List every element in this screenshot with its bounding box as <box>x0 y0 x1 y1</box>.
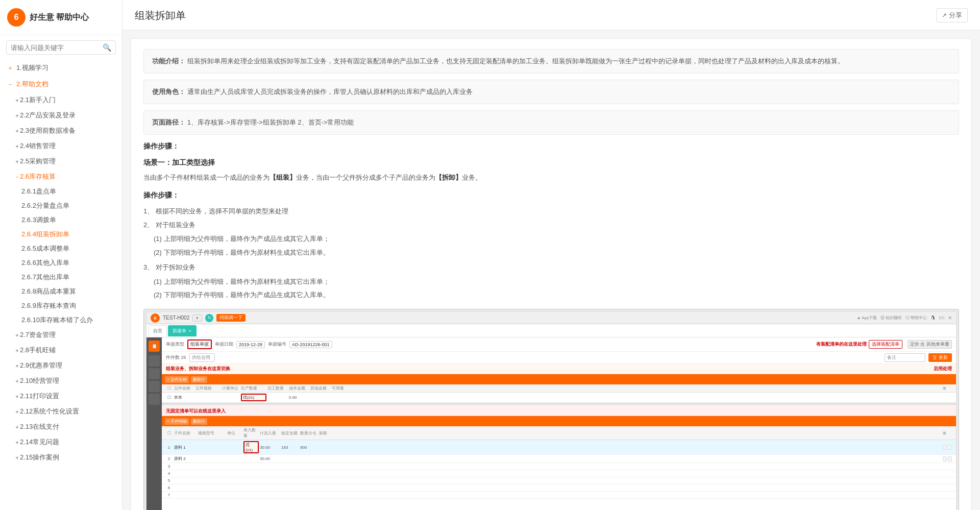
sidebar-item-2-7[interactable]: ＋ 2.7资金管理 <box>0 327 122 343</box>
tab-close-icon[interactable]: ✕ <box>188 329 192 333</box>
sidebar-item-videos[interactable]: ＋ 1.视频学习 <box>0 60 122 76</box>
sidebar-label-2-9: 2.9优惠券管理 <box>20 361 62 370</box>
sidebar-item-2-15[interactable]: ＋ 2.15操作案例 <box>0 450 122 465</box>
sidebar-item-2-8[interactable]: ＋ 2.8手机旺铺 <box>0 343 122 358</box>
sidebar-item-docs[interactable]: － 2.帮助文档 <box>0 76 122 92</box>
sidebar-item-2-11[interactable]: ＋ 2.11打印设置 <box>0 388 122 404</box>
lower-action-btn-1[interactable]: + 子件明细 <box>165 418 189 425</box>
step-2-text: 对于组装业务 <box>156 221 195 229</box>
lower-row-3: 3 <box>162 463 956 470</box>
form-type-label: 单据类型 <box>166 341 184 348</box>
sidebar-label-2-10: 2.10经营管理 <box>20 376 59 385</box>
mock-lower-action-bar: + 子件明细 删除行 <box>162 416 956 426</box>
mock-close-btn[interactable]: ✕ <box>948 315 952 321</box>
mock-save-btn[interactable]: 立 更新 <box>928 353 952 362</box>
step-3-text: 对于拆卸业务 <box>156 263 195 271</box>
content-body: 功能介绍： 组装拆卸单用来处理企业组装或拆卸等加工业务，支持有固定装配清单的产品… <box>131 38 972 510</box>
sidebar-item-2-5[interactable]: ＋ 2.5采购管理 <box>0 154 122 169</box>
annotation-bar-2: 无固定清单可以在线这里录入 <box>162 405 956 416</box>
sidebar-label-2-7: 2.7资金管理 <box>20 330 56 339</box>
sidebar-item-2-12[interactable]: ＋ 2.12系统个性化设置 <box>0 404 122 419</box>
share-label: 分享 <box>949 11 962 20</box>
sidebar-item-2-2[interactable]: ＋ 2.2产品安装及登录 <box>0 108 122 123</box>
sidebar-item-2-6-10[interactable]: 2.6.10库存账本错了么办 <box>0 313 122 327</box>
annotation-a1-btn: 选择装配清单 <box>872 342 899 347</box>
col-other: 其他金额 <box>310 385 331 391</box>
plus-icon-2-2: ＋ <box>14 112 20 119</box>
search-input[interactable] <box>11 44 100 52</box>
sidebar-label-2-6-7: 2.6.7其他出库单 <box>21 273 69 282</box>
role-section: 使用角色： 通常由生产人员或库管人员完成拆装业务的操作，库管人员确认原材料的出库… <box>143 80 959 104</box>
plus-icon-2-11: ＋ <box>14 393 20 400</box>
sidebar-item-2-6-3[interactable]: 2.6.3调拨单 <box>0 213 122 227</box>
sidebar-item-2-6[interactable]: － 2.6库存核算 <box>0 169 122 184</box>
sidebar-item-2-13[interactable]: ＋ 2.13在线支付 <box>0 419 122 434</box>
sidebar-item-2-6-1[interactable]: 2.6.1盘点单 <box>0 184 122 199</box>
col-parent-name: 父件名称 <box>174 385 194 391</box>
mock-supplier-input[interactable]: 供给业用 <box>189 353 215 362</box>
mock-mini-sidebar: 📋 <box>146 337 162 510</box>
mock-window-title: TEST-H002 <box>163 315 189 321</box>
nav-section: ＋ 1.视频学习 － 2.帮助文档 ＋ 2.1新手入门 ＋ 2.2产品安装及登录… <box>0 60 122 469</box>
upper-qty-select[interactable]: 优(≥1) <box>241 394 266 401</box>
lower-row-6: 6 <box>162 484 956 492</box>
search-box[interactable]: 🔍 <box>6 40 116 55</box>
share-button[interactable]: ↗ 分享 <box>936 8 968 22</box>
form-type-value: 组装单据 <box>190 342 209 347</box>
sidebar-item-2-9[interactable]: ＋ 2.9优惠券管理 <box>0 358 122 373</box>
sidebar-item-2-10[interactable]: ＋ 2.10经营管理 <box>0 373 122 388</box>
mock-window: 6 TEST-H002 ▾ ↻ 同期调一下 ▲ App下载 <box>146 311 957 510</box>
step-2: 2、 对于组装业务 <box>143 219 959 231</box>
mock-orange-btn[interactable]: 同期调一下 <box>216 314 246 322</box>
annotation-a1-area: 有装配清单的在这里处理 选择装配清单 <box>816 340 902 349</box>
mock-type-select[interactable]: 组装单据 <box>187 339 212 349</box>
sidebar-item-2-14[interactable]: ＋ 2.14常见问题 <box>0 434 122 450</box>
lower-row-2: 2 原料 2 30.00 <box>162 455 956 463</box>
action-btn-2[interactable]: 删除行 <box>191 376 207 383</box>
sidebar-item-2-4[interactable]: ＋ 2.4销售管理 <box>0 138 122 154</box>
lower-action-btn-2[interactable]: 删除行 <box>191 418 207 425</box>
plus-icon-2-1: ＋ <box>14 96 20 104</box>
mock-date-input[interactable]: 2019-12-28 <box>236 341 265 348</box>
lower-qty-input[interactable]: 优(≥1) <box>243 441 259 453</box>
mock-extra-btn[interactable]: 定价 合 其他来单量 <box>908 340 952 349</box>
search-icon[interactable]: 🔍 <box>103 43 111 52</box>
mock-tab-new[interactable]: 新建单 ✕ <box>168 325 197 336</box>
col-unit: 计量单位 <box>222 385 240 391</box>
sidebar-label-2-13: 2.13在线支付 <box>20 422 59 431</box>
sidebar-item-2-3[interactable]: ＋ 2.3使用前数据准备 <box>0 123 122 138</box>
share-icon: ↗ <box>942 12 947 19</box>
role-text: 通常由生产人员或库管人员完成拆装业务的操作，库管人员确认原材料的出库和产成品的入… <box>187 88 473 95</box>
sidebar-item-2-6-7[interactable]: 2.6.7其他出库单 <box>0 270 122 284</box>
mock-sidebar-icon-3 <box>149 381 160 392</box>
count-label: 件件数 26 <box>166 354 186 361</box>
mock-sidebar-icon-2 <box>149 368 160 379</box>
form-code-value: AD-20191226-001 <box>292 342 330 347</box>
scene1-title: 场景一：加工类型选择 <box>143 158 959 167</box>
mock-bom-btn[interactable]: 选择装配清单 <box>869 340 902 349</box>
mock-remark-input[interactable]: 备注 <box>885 353 925 362</box>
plus-icon-2-10: ＋ <box>14 377 20 385</box>
sidebar-item-2-6-5[interactable]: 2.6.5成本调整单 <box>0 241 122 256</box>
sidebar-label-2-15: 2.15操作案例 <box>20 453 59 462</box>
sidebar-item-2-1[interactable]: ＋ 2.1新手入门 <box>0 92 122 108</box>
mock-tab-home[interactable]: 自页 <box>149 325 167 336</box>
lower-row-4: 4 <box>162 470 956 477</box>
sidebar-item-2-6-8[interactable]: 2.6.8商品成本重算 <box>0 284 122 299</box>
sidebar-item-2-6-6[interactable]: 2.6.6其他入库单 <box>0 256 122 270</box>
step-1-text: 根据不同的业务，选择不同单据的类型来处理 <box>156 207 288 215</box>
sidebar-label-2-3: 2.3使用前数据准备 <box>20 126 76 135</box>
sidebar-item-2-6-2[interactable]: 2.6.2分量盘点单 <box>0 199 122 213</box>
mock-dropdown[interactable]: ▾ <box>192 314 202 322</box>
lower-row-5: 5 <box>162 477 956 484</box>
sidebar-item-2-6-9[interactable]: 2.6.9库存账本查询 <box>0 299 122 313</box>
sub-step-3-1: (1) 上部明细为父件明细，最终作为原材料生成其它出库单； <box>143 276 959 287</box>
sidebar-label-2-6-4: 2.6.4组装拆卸单 <box>21 230 69 239</box>
mock-form-row-2: 件件数 26 供给业用 备注 立 更新 <box>162 352 956 364</box>
mock-code-input[interactable]: AD-20191226-001 <box>289 341 332 348</box>
sidebar-item-2-6-4[interactable]: 2.6.4组装拆卸单 <box>0 227 122 241</box>
mock-lower-table: ☐ 子件名称 规格型号 单位 单入数量 计划入量 核定金额 数量分仓 刷新 <box>162 426 956 510</box>
action-btn-1[interactable]: + 父件名称 <box>165 376 189 383</box>
role-label: 使用角色： <box>152 88 185 95</box>
plus-icon-2-13: ＋ <box>14 423 20 431</box>
